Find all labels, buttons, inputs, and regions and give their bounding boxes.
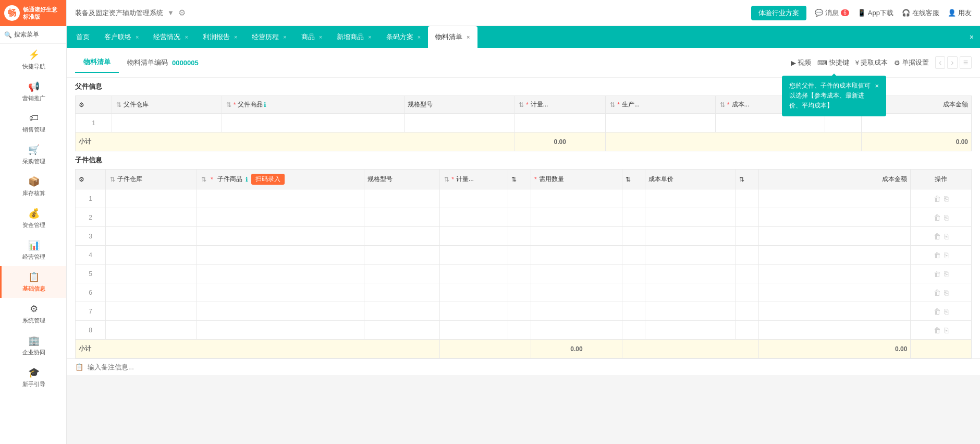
sidebar-item-guide[interactable]: 🎓 新手引导 bbox=[0, 362, 66, 393]
child-warehouse-3[interactable] bbox=[106, 227, 197, 246]
child-unit-cost-7[interactable] bbox=[645, 302, 736, 321]
child-spec-6[interactable] bbox=[364, 283, 440, 302]
tab-operation-status[interactable]: 经营情况 × bbox=[146, 26, 195, 48]
copy-icon-8[interactable]: ⎘ bbox=[944, 326, 948, 334]
parent-col-settings[interactable]: ⚙ bbox=[76, 96, 112, 114]
child-unit-1[interactable] bbox=[440, 189, 508, 208]
child-warehouse-6[interactable] bbox=[106, 283, 197, 302]
child-warehouse-8[interactable] bbox=[106, 321, 197, 340]
gear-icon[interactable]: ⚙ bbox=[178, 8, 186, 18]
copy-icon-2[interactable]: ⎘ bbox=[944, 213, 948, 222]
tab-home[interactable]: 首页 bbox=[69, 26, 97, 48]
child-unit-6[interactable] bbox=[440, 283, 508, 302]
sub-tab-bom-list[interactable]: 物料清单 bbox=[75, 52, 119, 73]
child-warehouse-1[interactable] bbox=[106, 189, 197, 208]
note-input[interactable] bbox=[88, 363, 972, 371]
sidebar-item-inventory[interactable]: 📦 库存核算 bbox=[0, 171, 66, 202]
experience-button[interactable]: 体验行业方案 bbox=[751, 6, 806, 20]
child-unit-4[interactable] bbox=[440, 246, 508, 265]
child-spec-1[interactable] bbox=[364, 189, 440, 208]
message-button[interactable]: 💬 消息 6 bbox=[815, 8, 849, 18]
shortcut-button[interactable]: ⌨ 快捷键 bbox=[817, 58, 849, 67]
sidebar-item-finance[interactable]: 💰 资金管理 bbox=[0, 202, 66, 234]
next-arrow[interactable]: › bbox=[947, 56, 957, 69]
child-quantity-4[interactable] bbox=[531, 246, 622, 265]
tab-profit-close[interactable]: × bbox=[234, 34, 237, 40]
child-spec-7[interactable] bbox=[364, 302, 440, 321]
child-quantity-2[interactable] bbox=[531, 208, 622, 227]
child-unit-7[interactable] bbox=[440, 302, 508, 321]
child-unit-cost-3[interactable] bbox=[645, 227, 736, 246]
tab-operation-status-close[interactable]: × bbox=[185, 34, 188, 40]
child-goods-3[interactable] bbox=[197, 227, 364, 246]
delete-icon-1[interactable]: 🗑 bbox=[934, 195, 941, 203]
child-warehouse-2[interactable] bbox=[106, 208, 197, 227]
online-service-button[interactable]: 🎧 在线客服 bbox=[902, 8, 939, 18]
parent-warehouse-cell[interactable] bbox=[112, 114, 222, 133]
child-unit-cost-2[interactable] bbox=[645, 208, 736, 227]
extract-cost-button[interactable]: ¥ 提取成本 bbox=[855, 58, 888, 67]
sidebar-item-system[interactable]: ⚙ 系统管理 bbox=[0, 298, 66, 330]
tab-new-goods-close[interactable]: × bbox=[368, 34, 371, 40]
tab-new-goods[interactable]: 新增商品 × bbox=[329, 26, 378, 48]
tab-customer[interactable]: 客户联络 × bbox=[97, 26, 146, 48]
child-goods-6[interactable] bbox=[197, 283, 364, 302]
delete-icon-6[interactable]: 🗑 bbox=[934, 289, 941, 297]
parent-goods-cell[interactable] bbox=[222, 114, 405, 133]
tab-history-close[interactable]: × bbox=[283, 34, 286, 40]
scan-button[interactable]: 扫码录入 bbox=[251, 174, 285, 185]
sidebar-item-sales[interactable]: 🏷 销售管理 bbox=[0, 107, 66, 139]
copy-icon-7[interactable]: ⎘ bbox=[944, 307, 948, 316]
tooltip-close[interactable]: × bbox=[875, 81, 879, 92]
child-goods-2[interactable] bbox=[197, 208, 364, 227]
user-button[interactable]: 👤 用友 bbox=[948, 8, 972, 18]
parent-spec-cell[interactable] bbox=[405, 114, 514, 133]
child-spec-4[interactable] bbox=[364, 246, 440, 265]
tab-goods-close[interactable]: × bbox=[319, 34, 322, 40]
tab-profit[interactable]: 利润报告 × bbox=[195, 26, 244, 48]
tab-bom[interactable]: 物料清单 × bbox=[428, 26, 477, 48]
tab-goods[interactable]: 商品 × bbox=[294, 26, 329, 48]
child-warehouse-7[interactable] bbox=[106, 302, 197, 321]
child-unit-3[interactable] bbox=[440, 227, 508, 246]
view-video-button[interactable]: ▶ 视频 bbox=[791, 58, 811, 67]
child-unit-8[interactable] bbox=[440, 321, 508, 340]
child-spec-3[interactable] bbox=[364, 227, 440, 246]
copy-icon-6[interactable]: ⎘ bbox=[944, 289, 948, 297]
child-unit-cost-4[interactable] bbox=[645, 246, 736, 265]
delete-icon-4[interactable]: 🗑 bbox=[934, 251, 941, 259]
sidebar-item-marketing[interactable]: 📢 营销推广 bbox=[0, 76, 66, 107]
tab-bom-close[interactable]: × bbox=[467, 34, 470, 40]
delete-icon-5[interactable]: 🗑 bbox=[934, 270, 941, 278]
child-goods-4[interactable] bbox=[197, 246, 364, 265]
child-col-settings[interactable]: ⚙ bbox=[76, 170, 106, 189]
child-unit-cost-8[interactable] bbox=[645, 321, 736, 340]
sidebar-item-operation[interactable]: 📊 经营管理 bbox=[0, 234, 66, 266]
child-goods-8[interactable] bbox=[197, 321, 364, 340]
delete-icon-7[interactable]: 🗑 bbox=[934, 307, 941, 316]
app-download-button[interactable]: 📱 App下载 bbox=[858, 8, 893, 18]
tab-history[interactable]: 经营历程 × bbox=[244, 26, 293, 48]
sidebar-item-enterprise[interactable]: 🏢 企业协同 bbox=[0, 330, 66, 362]
child-quantity-6[interactable] bbox=[531, 283, 622, 302]
parent-production-cell[interactable] bbox=[606, 114, 715, 133]
prev-arrow[interactable]: ‹ bbox=[935, 56, 945, 69]
child-warehouse-4[interactable] bbox=[106, 246, 197, 265]
child-unit-cost-6[interactable] bbox=[645, 283, 736, 302]
child-unit-2[interactable] bbox=[440, 208, 508, 227]
child-quantity-5[interactable] bbox=[531, 265, 622, 283]
child-spec-2[interactable] bbox=[364, 208, 440, 227]
tab-barcode[interactable]: 条码方案 × bbox=[379, 26, 428, 48]
dropdown-icon[interactable]: ▼ bbox=[167, 9, 174, 17]
tab-customer-close[interactable]: × bbox=[136, 34, 139, 40]
copy-icon-5[interactable]: ⎘ bbox=[944, 270, 948, 278]
child-unit-5[interactable] bbox=[440, 265, 508, 283]
child-quantity-8[interactable] bbox=[531, 321, 622, 340]
child-unit-cost-1[interactable] bbox=[645, 189, 736, 208]
child-quantity-7[interactable] bbox=[531, 302, 622, 321]
copy-icon-1[interactable]: ⎘ bbox=[944, 195, 948, 203]
copy-icon-4[interactable]: ⎘ bbox=[944, 251, 948, 259]
child-goods-1[interactable] bbox=[197, 189, 364, 208]
parent-unit-cell[interactable] bbox=[514, 114, 605, 133]
child-warehouse-5[interactable] bbox=[106, 265, 197, 283]
